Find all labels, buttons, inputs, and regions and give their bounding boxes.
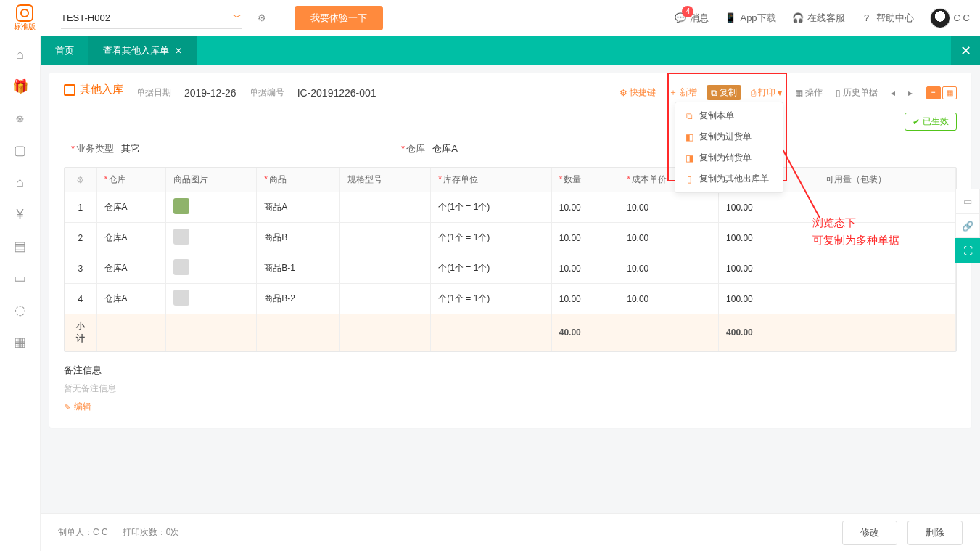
check-icon: ✔ [913, 117, 920, 127]
nav-clipboard-icon[interactable]: ▤ [12, 238, 28, 254]
delete-button[interactable]: 删除 [907, 521, 963, 545]
help-icon: ? [861, 12, 873, 24]
app-download-link[interactable]: 📱 App下载 [725, 12, 775, 25]
product-image-icon [173, 229, 189, 245]
close-all-tabs-button[interactable]: ✕ [951, 36, 980, 65]
print-button[interactable]: ⎙打印▾ [747, 85, 786, 100]
subtotal-amount: 400.00 [719, 314, 818, 351]
try-now-button[interactable]: 我要体验一下 [295, 6, 383, 30]
cell-qty: 10.00 [551, 223, 619, 253]
nav-bag-icon[interactable]: ▢ [12, 142, 28, 158]
table-row[interactable]: 1仓库A商品A个(1个 = 1个)10.0010.00100.00 [65, 192, 956, 223]
cell-available [818, 284, 955, 314]
gear-icon: ⚙ [619, 88, 627, 98]
col-warehouse: *仓库 [96, 168, 166, 192]
edition-label: 标准版 [14, 22, 36, 32]
print-count-info: 打印次数：0次 [123, 526, 180, 539]
doc-date-value: 2019-12-26 [184, 87, 236, 99]
list-view-toggle[interactable]: ≡ [926, 86, 941, 99]
prev-button[interactable]: ◂ [887, 86, 899, 99]
table-row[interactable]: 2仓库A商品B个(1个 = 1个)10.0010.00100.00 [65, 223, 956, 253]
messages-link[interactable]: 💬 消息 4 [675, 12, 709, 25]
history-button[interactable]: ▯历史单据 [832, 85, 881, 100]
copy-to-other-outbound[interactable]: ▯复制为其他出库单 [675, 168, 783, 189]
cell-available [818, 253, 955, 284]
cell-product: 商品A [257, 192, 340, 223]
box-icon: ◨ [684, 153, 694, 163]
user-menu[interactable]: C C [930, 8, 970, 28]
help-center-link[interactable]: ? 帮助中心 [861, 12, 914, 25]
float-tool-expand[interactable]: ⛶ [955, 238, 980, 263]
cell-price: 10.00 [619, 192, 719, 223]
online-service-link[interactable]: 🎧 在线客服 [792, 12, 845, 25]
app-logo[interactable]: 标准版 [10, 4, 39, 32]
column-settings[interactable]: ⚙ [65, 168, 96, 192]
shortcut-button[interactable]: ⚙快捷键 [616, 85, 659, 100]
float-tool-1[interactable]: ▭ [955, 189, 980, 213]
modify-button[interactable]: 修改 [842, 521, 897, 545]
cell-amount: 100.00 [719, 284, 818, 314]
nav-id-icon[interactable]: ▭ [12, 270, 28, 286]
copy-button[interactable]: ⧉复制 [707, 85, 741, 100]
tab-view-other-inbound[interactable]: 查看其他入库单 ✕ [88, 36, 197, 65]
operate-button[interactable]: ▦操作 [791, 85, 826, 100]
box-icon: ◧ [684, 132, 694, 142]
edit-remark-link[interactable]: ✎ 编辑 [64, 401, 91, 413]
copy-to-sales[interactable]: ◨复制为销货单 [675, 147, 783, 168]
cell-spec [340, 253, 431, 284]
cell-amount: 100.00 [719, 192, 818, 223]
company-selector[interactable]: TEST-H002 ﹀ [61, 7, 242, 29]
cell-warehouse: 仓库A [96, 253, 166, 284]
nav-new-icon[interactable]: ▦ [12, 334, 28, 350]
inbound-icon [64, 84, 75, 96]
copy-icon: ⧉ [684, 111, 694, 121]
product-image-icon [173, 290, 189, 306]
creator-info: 制单人：C C [58, 526, 108, 539]
cell-warehouse: 仓库A [96, 223, 166, 253]
nav-home-icon[interactable]: ⌂ [12, 46, 28, 62]
cell-product: 商品B-2 [257, 284, 340, 314]
table-row[interactable]: 4仓库A商品B-2个(1个 = 1个)10.0010.00100.00 [65, 284, 956, 314]
float-tool-link[interactable]: 🔗 [955, 213, 980, 238]
cell-price: 10.00 [619, 223, 719, 253]
gear-icon: ⚙ [258, 12, 266, 23]
remark-empty: 暂无备注信息 [64, 383, 957, 395]
nav-loading-icon[interactable]: ◌ [12, 302, 28, 318]
cell-spec [340, 284, 431, 314]
nav-home2-icon[interactable]: ⌂ [12, 174, 28, 190]
add-button[interactable]: ＋新增 [665, 85, 701, 100]
copy-this-doc[interactable]: ⧉复制本单 [675, 105, 783, 126]
headset-icon: 🎧 [792, 12, 804, 24]
grid-view-toggle[interactable]: ▦ [942, 86, 957, 99]
cell-qty: 10.00 [551, 192, 619, 223]
cell-image [166, 192, 257, 223]
cell-unit: 个(1个 = 1个) [431, 253, 551, 284]
warehouse-field: *仓库 仓库A [401, 142, 458, 155]
nav-money-icon[interactable]: ¥ [12, 206, 28, 222]
page-section-tab[interactable]: 其他入库 [64, 83, 123, 102]
right-float-tools: ▭ 🔗 ⛶ [955, 189, 980, 263]
subtotal-label: 小计 [65, 314, 96, 351]
chevron-down-icon: ▾ [778, 88, 782, 98]
chevron-down-icon: ﹀ [232, 11, 242, 24]
cell-unit: 个(1个 = 1个) [431, 192, 551, 223]
doc-date-label: 单据日期 [136, 86, 171, 99]
doc-no-label: 单据编号 [250, 86, 284, 99]
cell-image [166, 284, 257, 314]
cell-unit: 个(1个 = 1个) [431, 223, 551, 253]
settings-gear-button[interactable]: ⚙ [251, 7, 273, 29]
next-button[interactable]: ▸ [905, 86, 916, 99]
nav-house-icon[interactable]: ⎈ [12, 110, 28, 126]
copy-to-purchase[interactable]: ◧复制为进货单 [675, 126, 783, 147]
cell-amount: 100.00 [719, 253, 818, 284]
table-row[interactable]: 3仓库A商品B-1个(1个 = 1个)10.0010.00100.00 [65, 253, 956, 284]
phone-icon: 📱 [725, 12, 736, 24]
doc-icon: ▯ [684, 174, 694, 184]
items-table: ⚙ *仓库 商品图片 *商品 规格型号 *库存单位 *数量 *成本单价 *成本金… [64, 167, 957, 352]
cell-qty: 10.00 [551, 253, 619, 284]
cell-product: 商品B [257, 223, 340, 253]
tab-home[interactable]: 首页 [41, 36, 88, 65]
cell-available [818, 192, 955, 223]
close-icon[interactable]: ✕ [175, 46, 182, 56]
nav-gift-icon[interactable]: 🎁 [12, 78, 28, 94]
